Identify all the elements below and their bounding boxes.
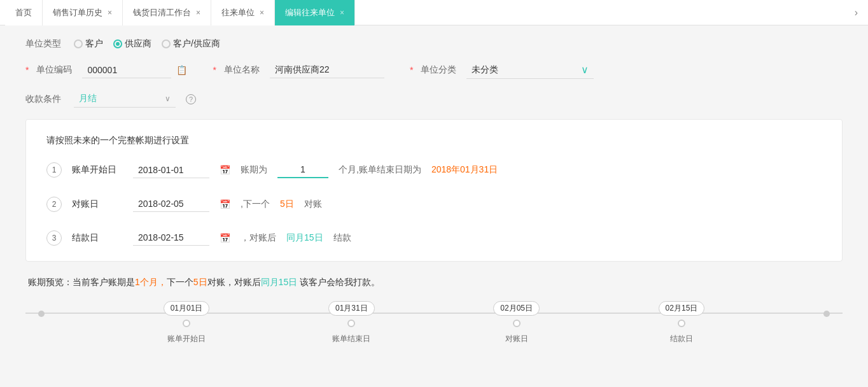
step-label-3: 结款日 <box>72 232 123 244</box>
tab-cash-ledger[interactable]: 钱货日清工作台 × <box>123 0 211 25</box>
step-desc-prefix-2: ,下一个 <box>241 199 270 210</box>
radio-customer-supplier[interactable]: 客户/供应商 <box>162 38 220 50</box>
preview-text: 账期预览：当前客户账期是1个月，下一个5日对账，对账后同月15日 该客户会给我打… <box>25 277 843 288</box>
unit-type-label: 单位类型 <box>25 38 61 50</box>
timeline-dot-2 <box>347 320 355 327</box>
tab-partner-units[interactable]: 往来单位 × <box>211 0 275 25</box>
tab-expand-button[interactable]: › <box>850 7 863 18</box>
timeline-badge-4: 02月15日 <box>659 301 705 316</box>
step-label-2: 对账日 <box>72 199 123 210</box>
step-row-1: 1 账单开始日 📅 账期为 个月,账单结束日期为 2018年01月31日 <box>46 162 822 178</box>
chevron-down-icon: ∨ <box>581 64 589 76</box>
timeline-badge-1: 01月01日 <box>164 301 210 316</box>
unit-category-dropdown[interactable]: 未分类 ∨ <box>466 61 594 79</box>
unit-type-radio-group: 客户 供应商 客户/供应商 <box>74 38 220 50</box>
step-period-end: 2018年01月31日 <box>431 164 498 176</box>
payment-condition-dropdown[interactable]: 月结 ∨ <box>74 90 176 108</box>
unit-category-label: 单位分类 <box>421 64 456 76</box>
preview-section: 账期预览：当前客户账期是1个月，下一个5日对账，对账后同月15日 该客户会给我打… <box>25 277 843 344</box>
step-desc-suffix-2: 对账 <box>304 199 322 210</box>
preview-highlight1: 1个月， <box>135 277 167 287</box>
close-icon[interactable]: × <box>260 8 264 17</box>
radio-customer-supplier-label: 客户/供应商 <box>173 38 220 50</box>
calendar-icon-3[interactable]: 📅 <box>220 233 230 243</box>
payment-condition-value: 月结 <box>79 93 165 104</box>
unit-code-input[interactable] <box>82 62 171 78</box>
radio-supplier[interactable]: 供应商 <box>113 38 151 50</box>
tabs-bar: 首页 销售订单历史 × 钱货日清工作台 × 往来单位 × 编辑往来单位 × › <box>0 0 868 25</box>
help-icon[interactable]: ? <box>186 94 196 104</box>
tab-edit-partner-unit[interactable]: 编辑往来单位 × <box>275 0 355 25</box>
step-date-input-3[interactable] <box>133 230 209 246</box>
timeline-node-2: 01月31日 账单结束日 <box>328 301 375 344</box>
timeline-left-dot <box>38 311 45 317</box>
tab-home-label: 首页 <box>15 7 32 18</box>
timeline-badge-2: 01月31日 <box>328 301 375 316</box>
preview-prefix: 账期预览：当前客户账期是 <box>28 277 135 287</box>
required-star: * <box>25 65 29 75</box>
tab-home[interactable]: 首页 <box>5 0 43 25</box>
unit-category-value: 未分类 <box>472 64 581 76</box>
radio-customer-label: 客户 <box>85 38 103 50</box>
step-row-2: 2 对账日 📅 ,下一个5日对账 <box>46 196 822 212</box>
timeline: 01月01日 账单开始日 01月31日 账单结束日 02月05日 <box>25 301 843 344</box>
unit-code-group: * 单位编码 📋 <box>25 62 187 78</box>
close-icon[interactable]: × <box>108 8 112 17</box>
timeline-right-end <box>823 309 830 317</box>
step-num-1: 1 <box>46 162 62 178</box>
radio-customer-circle <box>74 39 83 48</box>
period-input[interactable] <box>277 162 328 178</box>
close-icon[interactable]: × <box>340 8 344 17</box>
required-star-category: * <box>410 65 413 75</box>
step-desc-highlight-3: 同月15日 <box>286 232 323 244</box>
preview-middle: 下一个 <box>167 277 193 287</box>
timeline-node-3: 02月05日 对账日 <box>493 301 540 344</box>
unit-category-group: * 单位分类 未分类 ∨ <box>410 61 594 79</box>
timeline-node-1: 01月01日 账单开始日 <box>164 301 210 344</box>
unit-name-input[interactable] <box>270 62 384 78</box>
radio-supplier-circle <box>113 39 122 48</box>
unit-type-section: 单位类型 客户 供应商 客户/供应商 <box>25 38 843 50</box>
preview-highlight3: 同月15日 <box>261 277 298 287</box>
preview-middle2: 对账，对账后 <box>207 277 261 287</box>
step-row-3: 3 结款日 📅 ，对账后同月15日结款 <box>46 230 822 246</box>
unit-info-section: * 单位编码 📋 * 单位名称 * 单位分类 未分类 ∨ <box>25 61 843 79</box>
close-icon[interactable]: × <box>196 8 200 17</box>
step-num-2: 2 <box>46 197 62 212</box>
step-date-input-1[interactable] <box>133 162 209 178</box>
step-desc-suffix-3: 结款 <box>333 232 351 244</box>
tab-edit-partner-unit-label: 编辑往来单位 <box>285 7 335 18</box>
required-star-name: * <box>213 65 216 75</box>
preview-highlight2: 5日 <box>193 277 207 287</box>
payment-condition-section: 收款条件 月结 ∨ ? <box>25 90 843 108</box>
timeline-nodes: 01月01日 账单开始日 01月31日 账单结束日 02月05日 <box>38 301 830 344</box>
step-label-1: 账单开始日 <box>72 164 123 176</box>
unit-code-label: 单位编码 <box>36 64 72 76</box>
timeline-label-1: 账单开始日 <box>167 334 206 344</box>
chevron-down-icon-payment: ∨ <box>165 94 171 103</box>
timeline-badge-3: 02月05日 <box>493 301 540 316</box>
tab-sales-order-history-label: 销售订单历史 <box>53 7 102 18</box>
step-period-unit: 个月,账单结束日期为 <box>339 164 421 176</box>
timeline-label-3: 对账日 <box>505 334 528 344</box>
step-period-label: 账期为 <box>241 164 267 176</box>
unit-name-group: * 单位名称 <box>213 62 384 78</box>
copy-icon[interactable]: 📋 <box>176 65 187 75</box>
tab-sales-order-history[interactable]: 销售订单历史 × <box>43 0 123 25</box>
timeline-dot-3 <box>513 320 521 327</box>
step-desc-prefix-3: ，对账后 <box>241 232 276 244</box>
timeline-date-3: 02月05日 <box>500 304 533 313</box>
step-desc-highlight-2: 5日 <box>280 199 294 210</box>
calendar-icon-1[interactable]: 📅 <box>220 165 230 175</box>
step-date-input-2[interactable] <box>133 196 209 212</box>
timeline-right-dot <box>823 311 830 317</box>
tab-cash-ledger-label: 钱货日清工作台 <box>133 7 191 18</box>
timeline-date-1: 01月01日 <box>171 304 203 313</box>
timeline-date-4: 02月15日 <box>666 304 698 313</box>
radio-customer[interactable]: 客户 <box>74 38 103 50</box>
card-title: 请按照未来的一个完整帐期进行设置 <box>46 135 822 146</box>
timeline-label-4: 结款日 <box>670 334 693 344</box>
tab-partner-units-label: 往来单位 <box>221 7 255 18</box>
payment-condition-label: 收款条件 <box>25 94 61 105</box>
calendar-icon-2[interactable]: 📅 <box>220 199 230 209</box>
